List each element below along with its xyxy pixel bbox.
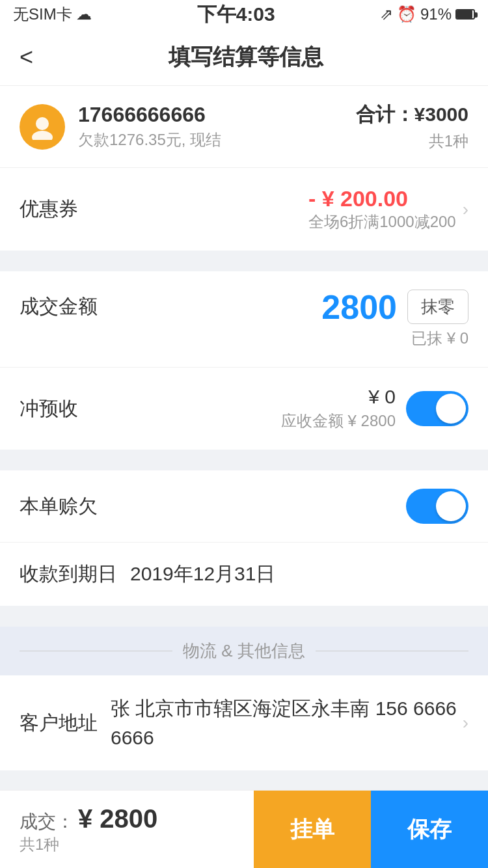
bad-debt-label: 本单赊欠 — [20, 493, 98, 520]
toggle-knob — [436, 394, 466, 424]
svg-point-1 — [32, 131, 53, 140]
coupon-desc: 全场6折满1000减200 — [308, 211, 456, 232]
coupon-right: - ¥ 200.00 全场6折满1000减200 › — [308, 186, 468, 232]
bad-debt-card: 本单赊欠 收款到期日 2019年12月31日 — [0, 470, 488, 606]
deal-amount-number: 2800 — [321, 290, 397, 324]
deal-amount-right: 2800 抹零 — [321, 290, 468, 324]
no-sim-text: 无SIM卡 ☁ — [13, 4, 92, 25]
footer-deal-row: 成交： ¥ 2800 — [20, 804, 234, 834]
bad-debt-section: 本单赊欠 — [0, 470, 488, 542]
address-section[interactable]: 客户地址 张 北京市市辖区海淀区永丰南 156 6666 6666 › — [0, 675, 488, 770]
deal-amount-section: 成交金额 2800 抹零 已抹 ¥ 0 — [0, 271, 488, 367]
prepay-label: 冲预收 — [20, 396, 78, 422]
total-count: 共1种 — [356, 131, 468, 152]
customer-card: 17666666666 欠款1276.35元, 现结 合计：¥3000 共1种 … — [0, 86, 488, 251]
customer-row: 17666666666 欠款1276.35元, 现结 合计：¥3000 共1种 — [0, 86, 488, 168]
footer-deal-label: 成交： — [20, 809, 74, 834]
prepay-sub: 应收金额 ¥ 2800 — [281, 411, 396, 431]
customer-phone: 17666666666 — [78, 103, 356, 127]
due-date-label: 收款到期日 — [20, 561, 117, 588]
coupon-row[interactable]: 优惠券 - ¥ 200.00 全场6折满1000减200 › — [0, 168, 488, 251]
deal-amount-row: 成交金额 2800 抹零 — [20, 290, 468, 324]
battery-icon — [455, 9, 475, 20]
prepay-amount: ¥ 0 — [281, 386, 396, 408]
footer: 成交： ¥ 2800 共1种 挂单 保存 — [0, 790, 488, 868]
battery-text: 91% — [420, 5, 452, 23]
logistics-label: 物流 & 其他信息 — [183, 640, 305, 662]
deal-amount-card: 成交金额 2800 抹零 已抹 ¥ 0 冲预收 ¥ 0 应收金额 ¥ 2800 — [0, 271, 488, 450]
hang-order-button[interactable]: 挂单 — [254, 791, 371, 869]
coupon-amount: - ¥ 200.00 — [308, 186, 456, 211]
prepay-right: ¥ 0 应收金额 ¥ 2800 — [281, 386, 468, 431]
clock-icon: ⏰ — [397, 5, 416, 23]
bad-debt-toggle[interactable] — [406, 489, 468, 524]
status-bar: 无SIM卡 ☁ 下午4:03 ⇗ ⏰ 91% — [0, 0, 488, 29]
address-text: 张 北京市市辖区海淀区永丰南 156 6666 6666 — [111, 694, 463, 752]
status-left: 无SIM卡 ☁ — [13, 4, 92, 25]
footer-amount: ¥ 2800 — [78, 804, 157, 834]
deal-amount-sub: 已抹 ¥ 0 — [20, 328, 468, 349]
logistics-line-left — [20, 651, 172, 651]
due-date-section: 收款到期日 2019年12月31日 — [0, 542, 488, 606]
chevron-right-icon: › — [463, 199, 468, 220]
round-button[interactable]: 抹零 — [407, 290, 468, 324]
address-chevron-icon: › — [463, 712, 468, 733]
footer-count: 共1种 — [20, 834, 234, 855]
status-time: 下午4:03 — [197, 1, 275, 28]
status-right: ⇗ ⏰ 91% — [380, 5, 475, 23]
due-date-value: 2019年12月31日 — [130, 561, 275, 588]
customer-info: 17666666666 欠款1276.35元, 现结 — [78, 103, 356, 150]
prepay-section: 冲预收 ¥ 0 应收金额 ¥ 2800 — [0, 367, 488, 450]
logistics-header: 物流 & 其他信息 — [0, 627, 488, 675]
avatar — [20, 104, 65, 150]
prepay-toggle[interactable] — [406, 391, 468, 426]
back-button[interactable]: < — [20, 44, 33, 71]
customer-total: 合计：¥3000 共1种 — [356, 102, 468, 152]
bad-debt-toggle-knob — [436, 491, 466, 521]
due-date-row: 收款到期日 2019年12月31日 — [20, 561, 468, 588]
coupon-label: 优惠券 — [20, 196, 78, 223]
total-amount: 合计：¥3000 — [356, 102, 468, 128]
page-title: 填写结算等信息 — [46, 42, 445, 72]
deal-amount-label: 成交金额 — [20, 293, 98, 320]
section-divider-2 — [0, 460, 488, 470]
save-button[interactable]: 保存 — [371, 791, 488, 869]
logistics-line-right — [316, 651, 468, 651]
bad-debt-row: 本单赊欠 — [20, 489, 468, 524]
customer-debt: 欠款1276.35元, 现结 — [78, 129, 356, 150]
nav-bar: < 填写结算等信息 — [0, 29, 488, 86]
footer-summary: 成交： ¥ 2800 共1种 — [0, 804, 254, 855]
prepay-amount-block: ¥ 0 应收金额 ¥ 2800 — [281, 386, 396, 431]
prepay-row: 冲预收 ¥ 0 应收金额 ¥ 2800 — [20, 386, 468, 431]
svg-point-0 — [36, 117, 49, 130]
address-label: 客户地址 — [20, 710, 98, 737]
location-icon: ⇗ — [380, 5, 393, 23]
section-divider-1 — [0, 261, 488, 271]
section-divider-3 — [0, 616, 488, 627]
